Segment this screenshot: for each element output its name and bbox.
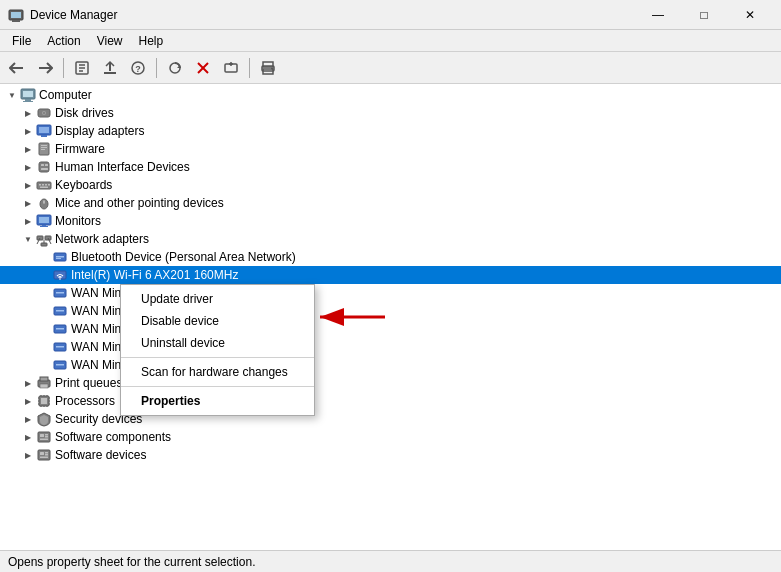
print-button[interactable] — [255, 55, 281, 81]
device-tree[interactable]: ▼ Computer ▶ Disk drives — [0, 84, 781, 550]
toolbar-separator-3 — [249, 58, 250, 78]
tree-item-label: Keyboards — [55, 178, 112, 192]
tree-item[interactable]: WAN Miniport (SSTP) — [0, 356, 781, 374]
svg-rect-38 — [41, 149, 45, 150]
tree-item-label: Network adapters — [55, 232, 149, 246]
context-scan-changes[interactable]: Scan for hardware changes — [121, 361, 314, 383]
minimize-button[interactable]: — — [635, 0, 681, 30]
expander-icon[interactable]: ▶ — [20, 105, 36, 121]
menu-file[interactable]: File — [4, 32, 39, 50]
tree-item[interactable]: ▶ Keyboards — [0, 176, 781, 194]
svg-rect-26 — [23, 91, 33, 97]
tree-item-selected[interactable]: Intel(R) Wi-Fi 6 AX201 160MHz — [0, 266, 781, 284]
svg-rect-47 — [48, 184, 50, 186]
forward-button[interactable] — [32, 55, 58, 81]
expander-icon[interactable]: ▼ — [20, 231, 36, 247]
expander-icon[interactable]: ▶ — [20, 393, 36, 409]
main-content: ▼ Computer ▶ Disk drives — [0, 84, 781, 550]
tree-item[interactable]: ▶ Mice and other pointing devices — [0, 194, 781, 212]
tree-item[interactable]: ▶ Print queues — [0, 374, 781, 392]
tree-item-label: Intel(R) Wi-Fi 6 AX201 160MHz — [71, 268, 238, 282]
svg-rect-28 — [23, 101, 33, 102]
update-driver-button[interactable] — [97, 55, 123, 81]
menu-help[interactable]: Help — [131, 32, 172, 50]
context-update-driver[interactable]: Update driver — [121, 288, 314, 310]
wan-icon — [52, 357, 68, 373]
svg-rect-100 — [40, 452, 44, 455]
svg-rect-1 — [11, 12, 21, 18]
scan-button[interactable] — [162, 55, 188, 81]
monitor-icon — [36, 213, 52, 229]
svg-rect-27 — [25, 99, 31, 101]
tree-item[interactable]: ▶ Display adapters — [0, 122, 781, 140]
expander-icon[interactable]: ▶ — [20, 123, 36, 139]
properties-button[interactable] — [69, 55, 95, 81]
menu-view[interactable]: View — [89, 32, 131, 50]
uninstall-button[interactable] — [190, 55, 216, 81]
maximize-button[interactable]: □ — [681, 0, 727, 30]
mouse-icon — [36, 195, 52, 211]
svg-rect-55 — [40, 226, 48, 227]
svg-text:?: ? — [135, 64, 141, 74]
window-controls: — □ ✕ — [635, 0, 773, 30]
help-button[interactable]: ? — [125, 55, 151, 81]
expander-icon[interactable]: ▼ — [4, 87, 20, 103]
tree-item[interactable]: ▶ Proces — [0, 392, 781, 410]
svg-rect-97 — [45, 436, 48, 438]
svg-rect-95 — [40, 434, 44, 437]
svg-rect-99 — [38, 450, 50, 460]
tree-item[interactable]: WAN Miniport (PPPOE) — [0, 320, 781, 338]
tree-item-label: Firmware — [55, 142, 105, 156]
expander-icon[interactable]: ▶ — [20, 429, 36, 445]
app-icon — [8, 7, 24, 23]
tree-item[interactable]: WAN Miniport (IP) — [0, 284, 781, 302]
expander-icon[interactable]: ▶ — [20, 159, 36, 175]
context-uninstall-device[interactable]: Uninstall device — [121, 332, 314, 354]
window-title: Device Manager — [30, 8, 635, 22]
add-device-button[interactable] — [218, 55, 244, 81]
svg-rect-46 — [45, 184, 47, 186]
tree-item[interactable]: WAN Miniport (IPv6) — [0, 302, 781, 320]
svg-rect-63 — [56, 256, 64, 258]
tree-item[interactable]: Bluetooth Device (Personal Area Network) — [0, 248, 781, 266]
svg-rect-42 — [41, 168, 48, 170]
tree-item[interactable]: ▶ Firmware — [0, 140, 781, 158]
svg-rect-68 — [56, 292, 64, 294]
svg-rect-48 — [40, 187, 48, 189]
expander-icon[interactable]: ▶ — [20, 411, 36, 427]
network-icon — [36, 231, 52, 247]
tree-item-label: Software devices — [55, 448, 146, 462]
svg-rect-41 — [45, 164, 48, 166]
tree-item-label: Display adapters — [55, 124, 144, 138]
expander-spacer — [36, 357, 52, 373]
expander-icon[interactable]: ▶ — [20, 375, 36, 391]
tree-item[interactable]: ▶ Software components — [0, 428, 781, 446]
svg-rect-98 — [40, 439, 48, 441]
tree-item[interactable]: ▶ Human Interface Devices — [0, 158, 781, 176]
expander-icon[interactable]: ▶ — [20, 141, 36, 157]
context-disable-device[interactable]: Disable device — [121, 310, 314, 332]
tree-item[interactable]: WAN Miniport (PPTP) — [0, 338, 781, 356]
expander-icon[interactable]: ▶ — [20, 213, 36, 229]
context-menu: Update driver Disable device Uninstall d… — [120, 284, 315, 416]
menu-action[interactable]: Action — [39, 32, 88, 50]
svg-rect-101 — [45, 452, 48, 454]
expander-icon[interactable]: ▶ — [20, 195, 36, 211]
tree-item[interactable]: ▼ Network adapters — [0, 230, 781, 248]
toolbar-separator-2 — [156, 58, 157, 78]
expander-icon[interactable]: ▶ — [20, 447, 36, 463]
status-bar: Opens property sheet for the current sel… — [0, 550, 781, 572]
expander-icon[interactable]: ▶ — [20, 177, 36, 193]
close-button[interactable]: ✕ — [727, 0, 773, 30]
tree-item[interactable]: ▼ Computer — [0, 86, 781, 104]
context-properties[interactable]: Properties — [121, 390, 314, 412]
svg-rect-79 — [40, 384, 48, 388]
tree-item[interactable]: ▶ Security devices — [0, 410, 781, 428]
tree-item[interactable]: ▶ Monitors — [0, 212, 781, 230]
back-button[interactable] — [4, 55, 30, 81]
svg-rect-45 — [42, 184, 44, 186]
tree-item[interactable]: ▶ Software devices — [0, 446, 781, 464]
tree-item-label: Mice and other pointing devices — [55, 196, 224, 210]
svg-point-31 — [43, 112, 45, 114]
tree-item[interactable]: ▶ Disk drives — [0, 104, 781, 122]
